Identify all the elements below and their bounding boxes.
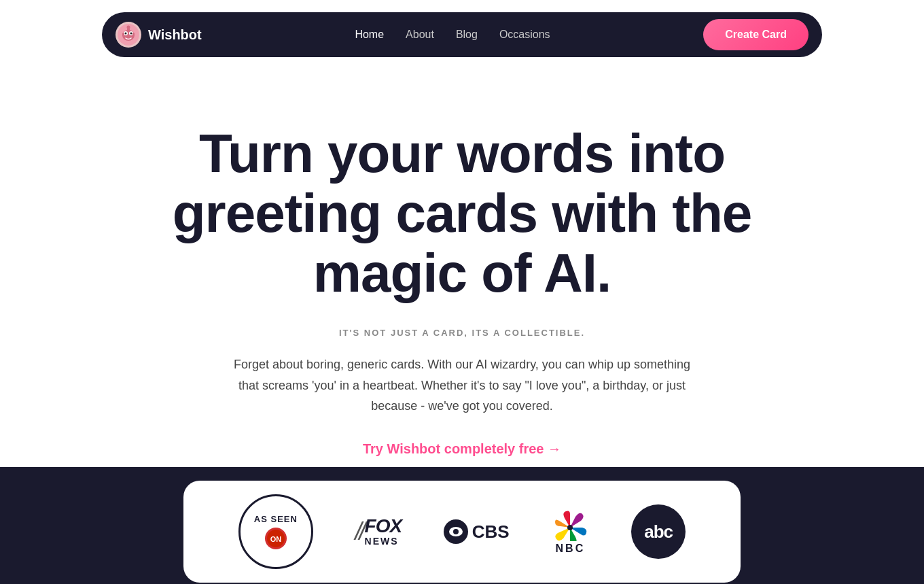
on-badge-circle: ON xyxy=(265,528,287,549)
navbar: Wishbot Home About Blog Occasions Create… xyxy=(102,12,822,57)
hero-subtitle: IT'S NOT JUST A CARD, ITS A COLLECTIBLE. xyxy=(170,328,754,338)
press-bar: AS SEEN ON / / FOX NEWS xyxy=(0,467,924,584)
svg-point-12 xyxy=(567,525,573,530)
as-seen-on-badge: AS SEEN ON xyxy=(238,494,313,569)
nav-link-occasions[interactable]: Occasions xyxy=(499,29,550,41)
fox-news-logo: / / FOX NEWS xyxy=(355,517,402,547)
as-seen-text: AS SEEN xyxy=(254,514,298,525)
nav-logo[interactable]: Wishbot xyxy=(116,22,202,48)
nbc-peacock-icon xyxy=(551,509,589,541)
nav-link-home[interactable]: Home xyxy=(355,29,384,41)
nav-links: Home About Blog Occasions xyxy=(355,29,550,41)
svg-rect-8 xyxy=(122,33,124,36)
svg-rect-9 xyxy=(132,33,135,36)
nav-link-about[interactable]: About xyxy=(406,29,434,41)
hero-section: Turn your words into greeting cards with… xyxy=(156,69,768,498)
nbc-logo: NBC xyxy=(551,509,589,555)
hero-title: Turn your words into greeting cards with… xyxy=(170,124,754,303)
logo-icon xyxy=(116,22,141,48)
create-card-button[interactable]: Create Card xyxy=(703,19,808,50)
abc-logo: abc xyxy=(631,504,686,559)
page-wrapper: Wishbot Home About Blog Occasions Create… xyxy=(0,12,924,584)
cbs-eye-icon xyxy=(444,519,468,544)
abc-text: abc xyxy=(644,521,673,543)
svg-point-7 xyxy=(127,26,130,29)
svg-point-5 xyxy=(130,33,132,35)
svg-point-4 xyxy=(125,33,127,35)
nbc-text: NBC xyxy=(556,543,586,555)
fox-text: FOX xyxy=(365,517,402,536)
hero-cta-link[interactable]: Try Wishbot completely free → xyxy=(363,441,561,457)
press-logos-container: AS SEEN ON / / FOX NEWS xyxy=(183,481,741,583)
hero-description: Forget about boring, generic cards. With… xyxy=(224,354,700,417)
fox-news-text: NEWS xyxy=(365,536,402,547)
logo-text: Wishbot xyxy=(148,27,202,43)
svg-text:ON: ON xyxy=(270,535,282,543)
nav-link-blog[interactable]: Blog xyxy=(456,29,478,41)
cbs-text: CBS xyxy=(472,521,510,543)
cbs-logo: CBS xyxy=(444,519,510,544)
